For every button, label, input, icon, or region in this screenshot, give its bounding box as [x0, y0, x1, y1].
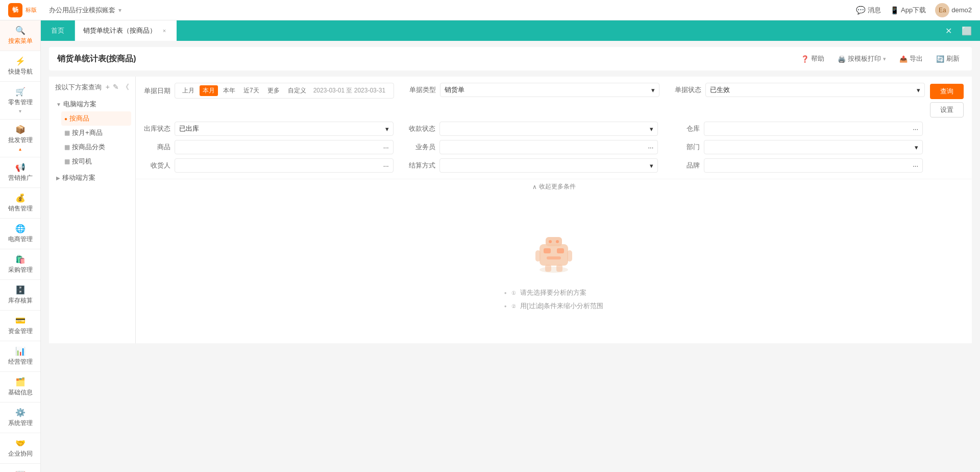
sidebar-item-system[interactable]: ⚙️ 系统管理: [0, 403, 40, 433]
tab-maximize-btn[interactable]: ⬜: [960, 23, 974, 38]
date-tab-more[interactable]: 更多: [264, 85, 283, 96]
page-header: 销货单统计表(按商品) ❓ 帮助 🖨️ 按模板打印 ▾ 📤 导出: [49, 47, 972, 70]
date-tab-this-year[interactable]: 本年: [220, 85, 238, 96]
workspace-dropdown-icon[interactable]: ▾: [118, 7, 121, 14]
sales-icon: 💰: [15, 193, 26, 203]
export-btn[interactable]: 📤 导出: [895, 52, 927, 65]
message-btn[interactable]: 💬 消息: [856, 6, 881, 15]
collapse-bar[interactable]: ∧ 收起更多条件: [136, 179, 972, 194]
date-tab-last-month[interactable]: 上月: [179, 85, 198, 96]
query-btn[interactable]: 查询: [930, 84, 964, 99]
sidebar-ecommerce-label: 电商管理: [8, 235, 33, 244]
brand-dots-icon: ···: [913, 162, 918, 170]
warehouse-value[interactable]: ···: [704, 122, 923, 136]
receiver-value[interactable]: ···: [175, 158, 394, 173]
doc-status-arrow-icon: ▾: [917, 86, 920, 94]
sidebar-item-enterprise[interactable]: 🤝 企业协同: [0, 433, 40, 464]
salesperson-value[interactable]: ···: [439, 140, 658, 154]
grid-icon-1: ▦: [64, 129, 70, 136]
out-status-filter: 出库状态 已出库 ▾: [144, 122, 394, 136]
tab-home[interactable]: 首页: [41, 20, 75, 41]
doc-status-value[interactable]: 已生效 ▾: [705, 83, 925, 97]
marketing-icon: 📢: [15, 162, 26, 172]
tree-item-by-month-product[interactable]: ▦ 按月+商品: [61, 126, 131, 140]
department-value[interactable]: ▾: [704, 140, 923, 154]
collect-status-value[interactable]: ▾: [439, 122, 658, 136]
date-tab-custom[interactable]: 自定义: [285, 85, 309, 96]
sidebar-item-purchase[interactable]: 🛍️ 采购管理: [0, 249, 40, 280]
date-filter-row: 单据日期 上月 本月 本年 近7天 更多 自定义: [144, 83, 394, 99]
svg-rect-3: [557, 248, 564, 253]
sidebar-item-wholesale[interactable]: 📦 批发管理 ▴: [0, 120, 40, 157]
tree-item-label: 按商品: [69, 114, 89, 123]
sidebar-item-guide[interactable]: 📖 新手引导: [0, 464, 40, 472]
svg-rect-2: [544, 248, 551, 253]
refresh-label: 刷新: [946, 54, 960, 63]
tree-group-mobile[interactable]: ▶ 移动端方案: [53, 171, 131, 185]
tree-item-by-category[interactable]: ▦ 按商品分类: [61, 140, 131, 154]
payment-label: 结算方式: [409, 161, 439, 170]
empty-tip-2: ② 用[过滤]条件来缩小分析范围: [504, 299, 603, 313]
guide-icon: 📖: [15, 469, 26, 472]
date-filter[interactable]: 上月 本月 本年 近7天 更多 自定义 2023-03-01 至 2023-03…: [175, 83, 394, 99]
print-btn[interactable]: 🖨️ 按模板打印 ▾: [834, 52, 890, 65]
quicknav-icon: ⚡: [15, 56, 26, 66]
tab-bar: 首页 销货单统计表（按商品） × ✕ ⬜: [41, 20, 980, 41]
tree-group-desktop[interactable]: ▼ 电脑端方案: [53, 97, 131, 111]
retail-expand-icon: ▾: [19, 108, 21, 114]
grid-icon-2: ▦: [64, 144, 70, 151]
settings-btn[interactable]: 设置: [930, 102, 964, 117]
tree-mobile-arrow: ▶: [56, 175, 60, 181]
tree-item-by-product[interactable]: ● 按商品: [61, 111, 131, 126]
inventory-icon: 🗄️: [15, 285, 26, 295]
tree-item-by-driver[interactable]: ▦ 按司机: [61, 154, 131, 169]
tree-item-label-2: 按月+商品: [72, 128, 103, 137]
goods-value[interactable]: ···: [175, 140, 394, 154]
doc-type-arrow-icon: ▾: [651, 86, 655, 94]
date-tab-7days[interactable]: 近7天: [240, 85, 262, 96]
app-download-btn[interactable]: 📱 App下载: [890, 6, 926, 15]
sidebar-marketing-label: 营销推广: [8, 174, 33, 182]
add-scheme-btn[interactable]: +: [106, 83, 110, 92]
retail-icon: 🛒: [15, 87, 26, 97]
doc-type-value[interactable]: 销货单 ▾: [440, 83, 659, 97]
sidebar-item-operation[interactable]: 📊 经营管理: [0, 341, 40, 372]
sidebar-item-ecommerce[interactable]: 🌐 电商管理: [0, 219, 40, 249]
help-btn[interactable]: ❓ 帮助: [797, 52, 828, 65]
doc-type-filter: 单据类型 销货单 ▾: [409, 83, 659, 97]
finance-icon: 💳: [15, 316, 26, 325]
tab-active[interactable]: 销货单统计表（按商品） ×: [75, 20, 177, 41]
print-icon: 🖨️: [838, 55, 846, 63]
sidebar-item-marketing[interactable]: 📢 营销推广: [0, 157, 40, 188]
collect-status-filter: 收款状态 ▾: [409, 122, 658, 136]
payment-value[interactable]: ▾: [439, 158, 658, 173]
sidebar-item-finance[interactable]: 💳 资金管理: [0, 311, 40, 341]
sidebar-item-basic[interactable]: 🗂️ 基础信息: [0, 372, 40, 403]
left-panel-actions: + ✎ 《: [106, 83, 129, 92]
sidebar-system-label: 系统管理: [8, 419, 33, 428]
sidebar-item-search[interactable]: 🔍 搜索菜单: [0, 20, 40, 51]
active-dot-icon: ●: [64, 116, 67, 122]
brand-value[interactable]: ···: [704, 158, 923, 173]
avatar: Ea: [935, 3, 949, 17]
help-icon: ❓: [801, 55, 809, 63]
sidebar-item-inventory[interactable]: 🗄️ 库存核算: [0, 280, 40, 311]
date-tab-this-month[interactable]: 本月: [200, 85, 218, 96]
salesperson-label: 业务员: [409, 143, 439, 152]
svg-rect-4: [547, 256, 561, 259]
collapse-panel-btn[interactable]: 《: [122, 83, 129, 92]
out-status-value[interactable]: 已出库 ▾: [175, 122, 394, 136]
sidebar-item-quicknav[interactable]: ⚡ 快捷导航: [0, 51, 40, 82]
user-area[interactable]: Ea demo2: [935, 3, 972, 17]
wholesale-expand-icon: ▴: [19, 146, 21, 152]
sidebar-item-retail[interactable]: 🛒 零售管理 ▾: [0, 82, 40, 120]
tab-minimize-btn[interactable]: ✕: [941, 23, 955, 38]
refresh-btn[interactable]: 🔄 刷新: [932, 52, 964, 65]
tree-group-label: 电脑端方案: [63, 100, 96, 109]
sidebar-item-sales[interactable]: 💰 销售管理: [0, 188, 40, 219]
wholesale-icon: 📦: [15, 125, 26, 134]
warehouse-filter: 仓库 ···: [673, 122, 923, 136]
edit-scheme-btn[interactable]: ✎: [113, 83, 119, 92]
workspace-title-area: 办公用品行业模拟账套 ▾: [49, 6, 856, 15]
tab-close-btn[interactable]: ×: [160, 27, 168, 35]
